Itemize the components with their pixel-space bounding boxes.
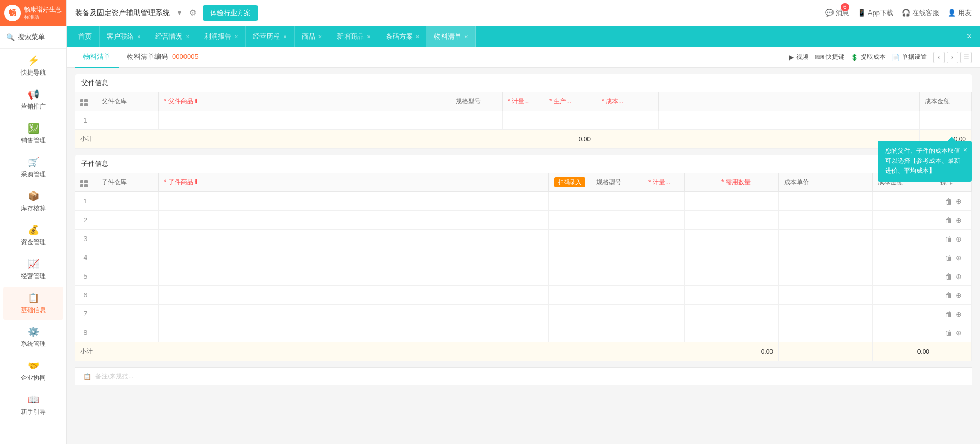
child-warehouse-3[interactable] — [96, 230, 158, 248]
child-spec-1[interactable] — [591, 192, 643, 211]
child-needed-6[interactable] — [716, 286, 779, 305]
delete-icon-3[interactable]: 🗑 — [945, 235, 952, 243]
child-total-cost-8[interactable] — [873, 323, 935, 342]
child-op-2[interactable]: 🗑 ⊕ — [935, 211, 972, 230]
child-needed-4[interactable] — [716, 248, 779, 267]
app-download-action[interactable]: 📱 App下载 — [858, 8, 893, 18]
copy-icon-8[interactable]: ⊕ — [956, 329, 962, 337]
tab-bom[interactable]: 物料清单 × — [427, 26, 475, 47]
scan-input-button[interactable]: 扫码录入 — [554, 177, 585, 187]
child-op-5[interactable]: 🗑 ⊕ — [935, 267, 972, 286]
child-product-6[interactable] — [158, 286, 549, 305]
child-op-1[interactable]: 🗑 ⊕ — [935, 192, 972, 211]
child-product-8[interactable] — [158, 323, 549, 342]
copy-icon-4[interactable]: ⊕ — [956, 254, 962, 262]
user-action[interactable]: 👤 用友 — [948, 8, 972, 18]
message-action[interactable]: 💬 消息 6 — [825, 8, 849, 18]
child-total-cost-5[interactable] — [873, 267, 935, 286]
extract-cost-action[interactable]: 💲 提取成本 — [851, 53, 886, 62]
child-product-1[interactable] — [158, 192, 549, 211]
nav-next-button[interactable]: › — [947, 52, 958, 63]
tab-bom-close[interactable]: × — [464, 33, 468, 40]
sub-tab-bom-list[interactable]: 物料清单 — [75, 47, 119, 68]
child-unit-4[interactable] — [643, 248, 685, 267]
dropdown-arrow-icon[interactable]: ▼ — [176, 9, 183, 17]
child-needed-8[interactable] — [716, 323, 779, 342]
child-unit-cost-7[interactable] — [779, 305, 841, 323]
child-product-4[interactable] — [158, 248, 549, 267]
child-warehouse-1[interactable] — [96, 192, 158, 211]
child-op-8[interactable]: 🗑 ⊕ — [935, 323, 972, 342]
trial-button[interactable]: 体验行业方案 — [203, 5, 258, 21]
tab-new-goods-close[interactable]: × — [367, 33, 370, 40]
delete-icon-4[interactable]: 🗑 — [945, 254, 952, 262]
child-needed-3[interactable] — [716, 230, 779, 248]
copy-icon-1[interactable]: ⊕ — [956, 197, 962, 206]
sidebar-item-purchase[interactable]: 🛒 采购管理 — [3, 151, 63, 184]
parent-warehouse-1[interactable] — [96, 111, 158, 130]
settings-icon[interactable]: ⚙ — [189, 8, 197, 18]
copy-icon-2[interactable]: ⊕ — [956, 216, 962, 224]
nav-prev-button[interactable]: ‹ — [933, 52, 945, 63]
tab-goods-close[interactable]: × — [318, 33, 322, 40]
tab-barcode[interactable]: 条码方案 × — [378, 26, 427, 47]
delete-icon-8[interactable]: 🗑 — [945, 329, 952, 337]
parent-spec-1[interactable] — [450, 111, 503, 130]
tooltip-close-button[interactable]: × — [963, 144, 967, 155]
child-unit-cost-2[interactable] — [779, 211, 841, 230]
child-unit-2[interactable] — [643, 211, 685, 230]
child-warehouse-4[interactable] — [96, 248, 158, 267]
tab-goods[interactable]: 商品 × — [295, 26, 329, 47]
sidebar-item-sales[interactable]: 💹 销售管理 — [3, 117, 63, 150]
copy-icon-3[interactable]: ⊕ — [956, 235, 962, 243]
child-warehouse-2[interactable] — [96, 211, 158, 230]
tab-profit[interactable]: 利润报告 × — [197, 26, 246, 47]
notes-placeholder[interactable]: 备注/来规范... — [95, 372, 133, 381]
sidebar-item-quick-nav[interactable]: ⚡ 快捷导航 — [3, 50, 63, 82]
child-warehouse-6[interactable] — [96, 286, 158, 305]
sidebar-item-marketing[interactable]: 📢 营销推广 — [3, 83, 63, 116]
parent-product-1[interactable] — [158, 111, 450, 130]
shortcut-action[interactable]: ⌨ 快捷键 — [815, 53, 844, 62]
tab-profit-close[interactable]: × — [235, 33, 238, 40]
child-total-cost-2[interactable] — [873, 211, 935, 230]
child-product-3[interactable] — [158, 230, 549, 248]
child-total-cost-7[interactable] — [873, 305, 935, 323]
sidebar-item-inventory[interactable]: 📦 库存核算 — [3, 185, 63, 218]
child-op-3[interactable]: 🗑 ⊕ — [935, 230, 972, 248]
search-menu-button[interactable]: 🔍 搜索菜单 — [4, 30, 62, 44]
child-unit-7[interactable] — [643, 305, 685, 323]
child-total-cost-3[interactable] — [873, 230, 935, 248]
child-unit-5[interactable] — [643, 267, 685, 286]
child-product-5[interactable] — [158, 267, 549, 286]
child-product-2[interactable] — [158, 211, 549, 230]
child-column-settings-icon[interactable] — [80, 180, 88, 187]
sub-tab-bom-code[interactable]: 物料清单编码 0000005 — [119, 47, 207, 68]
sidebar-search[interactable]: 🔍 搜索菜单 — [0, 26, 66, 49]
tab-customer[interactable]: 客户联络 × — [100, 26, 148, 47]
child-op-7[interactable]: 🗑 ⊕ — [935, 305, 972, 323]
child-needed-1[interactable] — [716, 192, 779, 211]
child-total-cost-4[interactable] — [873, 248, 935, 267]
sidebar-item-guide[interactable]: 📖 新手引导 — [3, 389, 63, 422]
child-op-6[interactable]: 🗑 ⊕ — [935, 286, 972, 305]
child-warehouse-8[interactable] — [96, 323, 158, 342]
tab-new-goods[interactable]: 新增商品 × — [329, 26, 378, 47]
child-needed-7[interactable] — [716, 305, 779, 323]
column-settings-icon[interactable] — [80, 99, 88, 106]
child-unit-cost-8[interactable] — [779, 323, 841, 342]
delete-icon-6[interactable]: 🗑 — [945, 291, 952, 299]
parent-production-1[interactable] — [544, 111, 596, 130]
tab-barcode-close[interactable]: × — [416, 33, 419, 40]
delete-icon-2[interactable]: 🗑 — [945, 216, 952, 224]
sidebar-item-operations[interactable]: 📈 经营管理 — [3, 253, 63, 286]
child-unit-1[interactable] — [643, 192, 685, 211]
sidebar-item-finance[interactable]: 💰 资金管理 — [3, 219, 63, 252]
child-spec-3[interactable] — [591, 230, 643, 248]
child-needed-2[interactable] — [716, 211, 779, 230]
child-product-7[interactable] — [158, 305, 549, 323]
copy-icon-6[interactable]: ⊕ — [956, 291, 962, 299]
online-service-action[interactable]: 🎧 在线客服 — [902, 8, 939, 18]
child-total-cost-6[interactable] — [873, 286, 935, 305]
sidebar-item-enterprise[interactable]: 🤝 企业协同 — [3, 355, 63, 388]
